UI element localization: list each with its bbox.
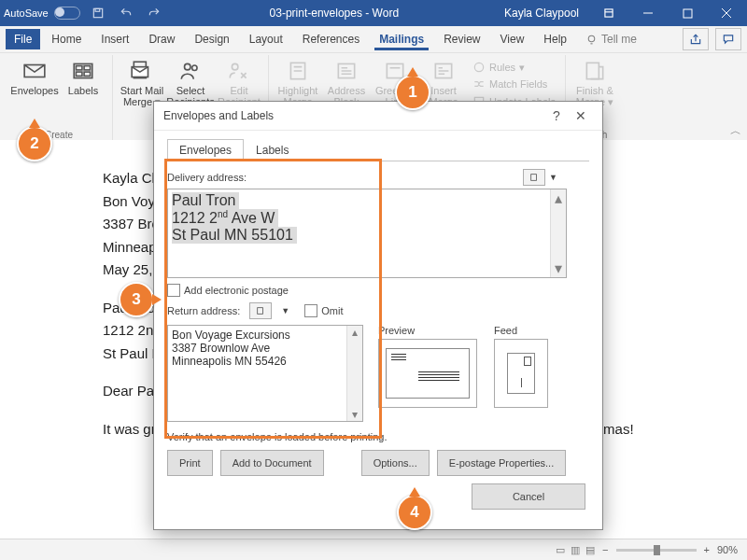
svg-rect-12 xyxy=(76,72,82,76)
callout-3: 3 xyxy=(119,282,154,317)
add-to-document-button[interactable]: Add to Document xyxy=(220,450,324,476)
svg-point-18 xyxy=(232,63,238,70)
edit-list-icon xyxy=(227,59,251,83)
print-layout-icon[interactable]: ▥ xyxy=(571,544,580,556)
tab-envelopes[interactable]: Envelopes xyxy=(167,139,244,161)
svg-point-16 xyxy=(185,63,191,70)
zoom-level[interactable]: 90% xyxy=(717,544,738,555)
title-bar: AutoSave 03-print-envelopes - Word Kayla… xyxy=(0,0,747,26)
status-bar: ▭ ▥ ▤ − + 90% xyxy=(0,539,747,560)
menu-insert[interactable]: Insert xyxy=(92,29,137,49)
electronic-postage-label: Add electronic postage xyxy=(184,285,289,296)
redo-icon[interactable] xyxy=(144,3,164,23)
dropdown-arrow-icon[interactable]: ▼ xyxy=(549,173,557,182)
rules-button: Rules ▾ xyxy=(469,59,559,76)
svg-rect-25 xyxy=(586,63,599,78)
menu-draw[interactable]: Draw xyxy=(140,29,183,49)
zoom-slider[interactable] xyxy=(616,549,697,552)
preview-label: Preview xyxy=(378,325,479,336)
menu-file[interactable]: File xyxy=(6,29,40,49)
read-mode-icon[interactable]: ▭ xyxy=(556,544,565,556)
mailmerge-icon xyxy=(130,59,154,83)
envelopes-labels-dialog: Envelopes and Labels ? ✕ Envelopes Label… xyxy=(153,101,603,530)
envelopes-button[interactable]: Envelopes xyxy=(11,55,58,128)
svg-rect-26 xyxy=(531,175,537,181)
envelope-preview[interactable] xyxy=(378,339,477,408)
electronic-postage-checkbox[interactable] xyxy=(167,284,180,297)
omit-checkbox[interactable] xyxy=(304,304,317,317)
tell-me[interactable]: Tell me xyxy=(585,33,637,46)
svg-point-7 xyxy=(588,35,595,42)
callout-2: 2 xyxy=(17,126,52,161)
delivery-scrollbar[interactable]: ▴▾ xyxy=(550,189,566,277)
menu-design[interactable]: Design xyxy=(186,29,237,49)
scroll-down-icon[interactable]: ▾ xyxy=(352,408,358,421)
ribbon-options-icon[interactable] xyxy=(592,0,626,26)
svg-point-17 xyxy=(192,65,197,70)
match-fields-button: Match Fields xyxy=(469,76,559,92)
print-button[interactable]: Print xyxy=(167,450,213,476)
scroll-up-icon[interactable]: ▴ xyxy=(352,326,358,339)
address-book-dropdown[interactable] xyxy=(523,169,545,186)
menu-references[interactable]: References xyxy=(294,29,368,49)
epostage-properties-button[interactable]: E-postage Properties... xyxy=(437,450,567,476)
dialog-help-icon[interactable]: ? xyxy=(544,104,569,128)
menu-review[interactable]: Review xyxy=(435,29,488,49)
close-icon[interactable] xyxy=(710,0,743,26)
dropdown-arrow-icon[interactable]: ▼ xyxy=(281,306,289,315)
labels-icon xyxy=(71,59,95,83)
return-address-book-dropdown[interactable] xyxy=(249,302,272,319)
comments-button[interactable] xyxy=(715,28,741,50)
cancel-button[interactable]: Cancel xyxy=(472,483,585,510)
return-label: Return address: xyxy=(167,305,240,316)
user-name[interactable]: Kayla Claypool xyxy=(504,7,579,20)
feed-label: Feed xyxy=(494,325,550,336)
return-address-textbox[interactable]: Bon Voyage Excursions 3387 Brownlow Ave … xyxy=(167,325,363,422)
feed-preview[interactable] xyxy=(494,339,548,408)
callout-4: 4 xyxy=(397,495,432,530)
svg-rect-11 xyxy=(84,66,91,70)
bulb-icon xyxy=(585,34,598,46)
svg-rect-21 xyxy=(387,63,402,77)
maximize-icon[interactable] xyxy=(670,0,704,26)
recipients-icon xyxy=(178,59,203,83)
return-scrollbar[interactable]: ▴▾ xyxy=(346,326,362,421)
menu-view[interactable]: View xyxy=(492,29,533,49)
labels-button[interactable]: Labels xyxy=(60,55,106,128)
share-button[interactable] xyxy=(683,28,709,50)
scroll-up-icon[interactable]: ▴ xyxy=(555,189,562,207)
svg-rect-2 xyxy=(605,9,613,17)
envelope-preview-icon xyxy=(386,348,470,399)
zoom-out-icon[interactable]: − xyxy=(602,544,608,555)
dialog-close-icon[interactable]: ✕ xyxy=(569,104,593,128)
insert-field-icon xyxy=(431,59,456,83)
scroll-down-icon[interactable]: ▾ xyxy=(555,259,562,277)
minimize-icon[interactable] xyxy=(631,0,665,26)
rules-icon xyxy=(472,61,486,74)
svg-point-23 xyxy=(474,63,483,71)
match-icon xyxy=(472,77,486,91)
collapse-ribbon-icon[interactable]: ︿ xyxy=(730,123,741,139)
svg-rect-4 xyxy=(684,9,692,18)
menu-home[interactable]: Home xyxy=(43,29,90,49)
menu-help[interactable]: Help xyxy=(535,29,575,49)
svg-rect-10 xyxy=(76,66,82,70)
save-icon[interactable] xyxy=(88,3,108,23)
zoom-in-icon[interactable]: + xyxy=(704,544,710,555)
omit-label: Omit xyxy=(321,305,343,316)
autosave-toggle[interactable] xyxy=(54,7,80,20)
menu-mailings[interactable]: Mailings xyxy=(371,29,432,49)
highlight-icon xyxy=(286,59,310,83)
delivery-address-textbox[interactable]: Paul Tron 1212 2nd Ave W St Paul MN 5510… xyxy=(167,189,567,278)
web-layout-icon[interactable]: ▤ xyxy=(585,544,595,556)
menu-layout[interactable]: Layout xyxy=(241,29,291,49)
svg-rect-27 xyxy=(258,308,263,315)
address-icon xyxy=(334,59,359,83)
dialog-title: Envelopes and Labels xyxy=(163,109,544,122)
undo-icon[interactable] xyxy=(116,3,136,23)
tab-labels[interactable]: Labels xyxy=(244,139,301,161)
options-button[interactable]: Options... xyxy=(361,450,430,476)
envelope-icon xyxy=(22,59,47,83)
autosave-label: AutoSave xyxy=(4,7,49,19)
document-title: 03-print-envelopes - Word xyxy=(164,7,504,20)
